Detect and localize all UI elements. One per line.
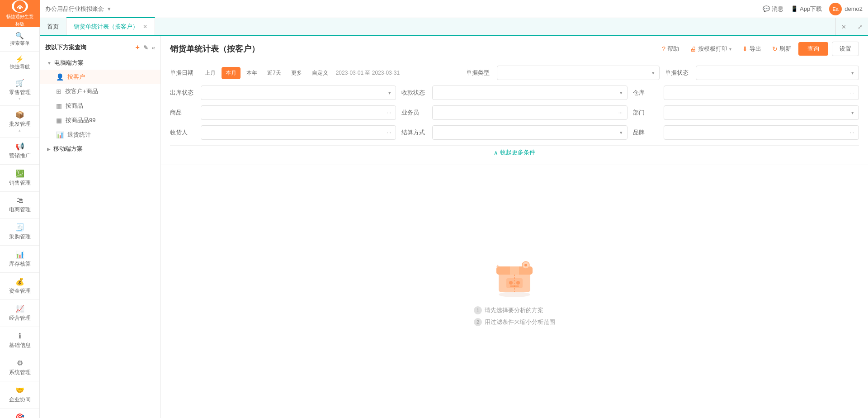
bill-status-chevron: ▾ [851, 70, 854, 76]
out-status-label: 出库状态 [170, 89, 197, 97]
by-customer-product-label: 按客户+商品 [65, 87, 98, 95]
brand-filter: 品牌 ··· [633, 125, 859, 140]
setting-button[interactable]: 设置 [832, 42, 859, 56]
recipient-select[interactable]: ··· [201, 125, 396, 140]
settle-method-select[interactable]: ▾ [432, 125, 627, 140]
by-product-99-label: 按商品品99 [66, 116, 95, 124]
scheme-tree: ▼ 电脑端方案 👤 按客户 ⊞ 按客户+商品 ▦ 按商品 [40, 54, 160, 157]
content-area: 按以下方案查询 + ✎ « ▼ 电脑端方案 👤 按客户 [40, 36, 868, 418]
filter-row-4: 收货人 ··· 结算方式 ▾ 品牌 [170, 125, 859, 140]
sidebar-item-sales[interactable]: 💹 销售管理 [0, 165, 39, 192]
product-select[interactable]: ··· [201, 105, 396, 120]
sidebar-item-marketing[interactable]: 📢 营销推广 [0, 138, 39, 165]
dept-select[interactable]: ▾ [664, 105, 859, 120]
desktop-group-label: 电脑端方案 [54, 59, 84, 67]
message-btn[interactable]: 💬 消息 [763, 5, 783, 13]
scheme-add-btn[interactable]: + [135, 43, 139, 52]
right-panel: 销货单统计表（按客户） ? 帮助 🖨 按模板打印 ▾ ⬇ 导出 [161, 36, 868, 418]
print-btn[interactable]: 🖨 按模板打印 ▾ [686, 43, 735, 55]
scheme-group-desktop-header[interactable]: ▼ 电脑端方案 [40, 56, 160, 70]
scheme-edit-btn[interactable]: ✎ [143, 44, 148, 51]
bill-type-select[interactable]: ▾ [497, 66, 660, 80]
app-logo[interactable]: 畅捷通好生意 标版 [0, 0, 40, 27]
out-status-select[interactable]: ▾ [201, 86, 396, 100]
tab-maximize-btn[interactable]: ⤢ [852, 18, 868, 35]
recipient-label: 收货人 [170, 128, 197, 137]
scheme-item-by-customer[interactable]: 👤 按客户 [40, 70, 160, 84]
sidebar-item-enterprise[interactable]: 🤝 企业协同 [0, 381, 39, 408]
scheme-item-return-stats[interactable]: 📊 退货统计 [40, 128, 160, 142]
bill-status-select[interactable]: ▾ [696, 66, 859, 80]
brand-dots: ··· [850, 130, 854, 135]
page-header-actions: ? 帮助 🖨 按模板打印 ▾ ⬇ 导出 ↻ 刷新 [658, 42, 859, 56]
scheme-item-by-customer-product[interactable]: ⊞ 按客户+商品 [40, 84, 160, 99]
scheme-panel: 按以下方案查询 + ✎ « ▼ 电脑端方案 👤 按客户 [40, 36, 161, 418]
export-btn[interactable]: ⬇ 导出 [739, 43, 765, 55]
sidebar-item-purchase[interactable]: 🧾 采购管理 [0, 218, 39, 246]
tab-close-icon[interactable]: ✕ [143, 24, 147, 30]
sidebar-item-inventory[interactable]: 📊 库存核算 [0, 246, 39, 273]
message-label: 消息 [772, 5, 783, 13]
staff-dots: ··· [618, 110, 623, 115]
query-button[interactable]: 查询 [798, 42, 828, 56]
app-download-label: App下载 [800, 5, 822, 13]
collapse-bar[interactable]: ∧ 收起更多条件 [170, 145, 859, 159]
date-more-btn[interactable]: 更多 [287, 67, 306, 79]
scheme-group-mobile-header[interactable]: ▶ 移动端方案 [40, 142, 160, 156]
by-product-99-icon: ▦ [56, 117, 62, 124]
sidebar-item-search[interactable]: 🔍 搜索菜单 [0, 27, 39, 52]
sidebar-item-finance[interactable]: 💰 资金管理 [0, 273, 39, 300]
tab-close-window-btn[interactable]: ✕ [835, 18, 852, 35]
tab-sales-report[interactable]: 销货单统计表（按客户） ✕ [66, 17, 155, 35]
retail-icon: 🛒 [15, 79, 24, 87]
tab-home[interactable]: 首页 [40, 18, 66, 35]
user-label: demo2 [844, 5, 863, 12]
sidebar-item-business[interactable]: 📈 经营管理 [0, 300, 39, 327]
brand-select[interactable]: ··· [664, 125, 859, 140]
scheme-collapse-btn[interactable]: « [152, 44, 155, 51]
svg-rect-13 [510, 285, 519, 287]
collect-status-label: 收款状态 [401, 89, 429, 97]
svg-point-12 [516, 281, 520, 285]
sales-report-tab-label: 销货单统计表（按客户） [74, 23, 138, 31]
settle-method-chevron: ▾ [620, 130, 623, 136]
empty-svg: ✦ [487, 254, 542, 299]
sidebar-item-retail[interactable]: 🛒 零售管理 ▾ [0, 74, 39, 106]
empty-hint-2: 2 用过滤条件来缩小分析范围 [474, 318, 555, 326]
date-custom-btn[interactable]: 自定义 [308, 67, 332, 79]
date-last-7-days-btn[interactable]: 近7天 [263, 67, 285, 79]
app-download-btn[interactable]: 📱 App下载 [791, 5, 822, 13]
sidebar-item-ecommerce[interactable]: 🛍 电商管理 [0, 192, 39, 218]
date-this-month-btn[interactable]: 本月 [222, 67, 241, 79]
user-menu[interactable]: Ea demo2 [829, 3, 863, 15]
filter-row-2: 出库状态 ▾ 收款状态 ▾ 仓库 [170, 86, 859, 100]
search-label: 搜索菜单 [0, 40, 39, 47]
sidebar-item-wholesale[interactable]: 📦 批发管理 ▴ [0, 106, 39, 138]
scheme-item-by-product[interactable]: ▦ 按商品 [40, 99, 160, 113]
brand-label: 品牌 [633, 128, 660, 137]
scheme-item-by-product-99[interactable]: ▦ 按商品品99 [40, 113, 160, 128]
dept-filter: 部门 ▾ [633, 105, 859, 120]
empty-state: ✦ 1 请先选择要分析的方案 [474, 254, 555, 330]
staff-select[interactable]: ··· [432, 105, 627, 120]
hint-2-num: 2 [474, 318, 482, 326]
help-btn[interactable]: ? 帮助 [658, 43, 683, 55]
empty-hints: 1 请先选择要分析的方案 2 用过滤条件来缩小分析范围 [474, 306, 555, 330]
print-arrow[interactable]: ▾ [729, 47, 731, 52]
refresh-icon: ↻ [772, 45, 778, 52]
sidebar-item-basic[interactable]: ℹ 基础信息 [0, 327, 39, 354]
industry-dropdown-arrow[interactable]: ▾ [108, 5, 111, 12]
guide-icon: 🎯 [15, 413, 24, 418]
empty-hint-1: 1 请先选择要分析的方案 [474, 306, 555, 314]
filter-area: 单据日期 上月 本月 本年 近7天 更多 自定义 2023-03-01 至 20… [161, 60, 868, 165]
refresh-btn[interactable]: ↻ 刷新 [769, 43, 795, 55]
date-this-year-btn[interactable]: 本年 [242, 67, 261, 79]
sidebar-item-quick-nav[interactable]: ⚡ 快捷导航 [0, 52, 39, 74]
warehouse-select[interactable]: ··· [664, 86, 859, 100]
sidebar-item-system[interactable]: ⚙ 系统管理 [0, 354, 39, 381]
date-last-month-btn[interactable]: 上月 [201, 67, 220, 79]
topbar-right: 💬 消息 📱 App下载 Ea demo2 [763, 3, 863, 15]
sidebar-item-guide[interactable]: 🎯 新手引导 [0, 408, 39, 418]
export-icon: ⬇ [742, 45, 748, 52]
collect-status-select[interactable]: ▾ [432, 86, 627, 100]
